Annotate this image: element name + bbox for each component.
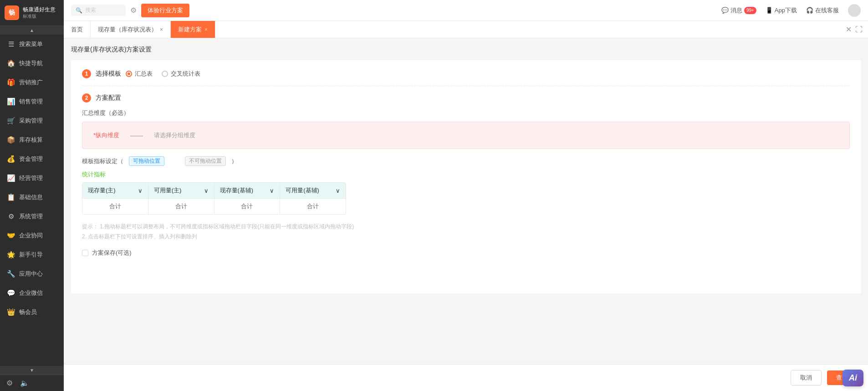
dropdown-icon-2[interactable]: ∨	[204, 187, 209, 194]
dropdown-icon-3[interactable]: ∨	[270, 187, 274, 194]
tag-not-draggable: 不可拖动位置	[185, 156, 226, 166]
settings-icon[interactable]: ⚙	[6, 379, 13, 387]
tab-inventory-close[interactable]: ×	[160, 26, 163, 33]
stats-cell-2: 合计	[148, 199, 214, 214]
gift-icon: 🎁	[6, 78, 15, 87]
dim-area: *纵向维度 —— 请选择分组维度	[82, 122, 850, 149]
step2-title: 方案配置	[96, 94, 121, 102]
dim-vertical-label: *纵向维度	[93, 131, 119, 139]
step1-num: 1	[82, 69, 91, 78]
sidebar-item-inventory[interactable]: 📦 库存核算	[0, 130, 64, 149]
app-name: 畅康通好生意 标准版	[23, 6, 56, 20]
ai-badge[interactable]: Ai	[842, 370, 863, 386]
headset-icon: 🎧	[806, 7, 813, 14]
sidebar-nav: ☰ 搜索菜单 🏠 快捷导航 🎁 营销推广 📊 销售管理 🛒 采购管理 📦 库存核…	[0, 35, 64, 366]
topbar-gear-icon[interactable]: ⚙	[130, 6, 137, 15]
industry-btn[interactable]: 体验行业方案	[141, 4, 189, 17]
stats-table-header: 现存量(主) ∨ 可用量(主) ∨ 现存量(基辅) ∨	[82, 183, 346, 198]
stats-table: 现存量(主) ∨ 可用量(主) ∨ 现存量(基辅) ∨	[82, 182, 346, 215]
radio-cross[interactable]: 交叉统计表	[162, 70, 200, 78]
save-checkbox[interactable]	[82, 250, 88, 256]
user-avatar[interactable]	[848, 4, 861, 17]
sidebar-item-marketing[interactable]: 🎁 营销推广	[0, 73, 64, 92]
search-menu-icon: ☰	[6, 40, 15, 49]
sidebar-item-newguide[interactable]: 🌟 新手引导	[0, 245, 64, 264]
step2-section: 2 方案配置 汇总维度（必选） *纵向维度 —— 请选择分组维度 模板指标设定（…	[82, 93, 850, 242]
indicator-separator	[172, 157, 178, 165]
sidebar-item-basic[interactable]: 📋 基础信息	[0, 188, 64, 207]
scheme-settings-card: 1 选择模板 汇总表 交叉统计表	[71, 60, 861, 293]
tool-icon: 🔧	[6, 269, 15, 278]
tab-expand-icon[interactable]: ⛶	[855, 26, 863, 34]
topbar-message[interactable]: 💬 消息 99+	[721, 6, 756, 15]
tab-new-scheme[interactable]: 新建方案 ×	[171, 21, 215, 38]
sidebar-item-appcenter[interactable]: 🔧 应用中心	[0, 264, 64, 283]
sidebar-bottom: ⚙ 🔈	[0, 375, 64, 391]
main: 🔍 搜索 ⚙ 体验行业方案 💬 消息 99+ 📱 App下载 🎧 在线客服	[64, 0, 868, 391]
sidebar-item-system[interactable]: ⚙ 系统管理	[0, 207, 64, 226]
step1-section: 1 选择模板 汇总表 交叉统计表	[82, 69, 850, 78]
tip-2: 2. 点击标题栏下拉可设置排序、插入列和删除列	[82, 232, 850, 242]
topbar-search[interactable]: 🔍 搜索	[71, 5, 126, 16]
tab-close-icon[interactable]: ✕	[846, 25, 852, 34]
sidebar-item-management[interactable]: 📈 经营管理	[0, 169, 64, 188]
tip-1: 提示： 1.拖动标题栏可以调整布局，不可跨维度或指标区域拖动栏目字段(只能在同一…	[82, 222, 850, 232]
crown-icon: 👑	[6, 308, 15, 317]
footer-spacer	[82, 257, 850, 284]
topbar-service[interactable]: 🎧 在线客服	[806, 6, 839, 15]
sidebar-item-member[interactable]: 👑 畅会员	[0, 303, 64, 322]
sidebar-item-sales[interactable]: 📊 销售管理	[0, 92, 64, 111]
tab-home[interactable]: 首页	[64, 21, 91, 38]
tab-new-scheme-close[interactable]: ×	[204, 26, 208, 33]
list-icon: 📋	[6, 193, 15, 202]
step2-num: 2	[82, 93, 91, 103]
indicator-settings: 模板指标设定（ 可拖动位置 不可拖动位置 ） 统计指标 现存量(主) ∨	[82, 156, 850, 242]
footer-buttons: 取消 查询	[64, 364, 868, 391]
sidebar: 畅 畅康通好生意 标准版 ▲ ☰ 搜索菜单 🏠 快捷导航 🎁 营销推广 📊 销售…	[0, 0, 64, 391]
dropdown-icon-1[interactable]: ∨	[138, 187, 143, 194]
sidebar-scroll-down[interactable]: ▼	[0, 366, 64, 375]
message-icon: 💬	[721, 7, 729, 14]
stats-cell-3: 合计	[214, 199, 281, 214]
cancel-button[interactable]: 取消	[791, 370, 822, 386]
chart-icon: 📊	[6, 97, 15, 106]
topbar-right: 💬 消息 99+ 📱 App下载 🎧 在线客服	[721, 4, 861, 17]
phone-icon: 📱	[766, 7, 773, 14]
home-icon: 🏠	[6, 59, 15, 68]
sidebar-item-quicknav[interactable]: 🏠 快捷导航	[0, 54, 64, 73]
sidebar-logo: 畅 畅康通好生意 标准版	[0, 0, 64, 26]
dropdown-icon-4[interactable]: ∨	[336, 187, 340, 194]
indicator-label-row: 模板指标设定（ 可拖动位置 不可拖动位置 ）	[82, 156, 850, 166]
handshake-icon: 🤝	[6, 231, 15, 240]
step1-header: 1 选择模板 汇总表 交叉统计表	[82, 69, 850, 78]
dim-section-label: 汇总维度（必选）	[82, 109, 850, 117]
tips-area: 提示： 1.拖动标题栏可以调整布局，不可跨维度或指标区域拖动栏目字段(只能在同一…	[82, 222, 850, 242]
stats-col-3: 现存量(基辅) ∨	[214, 183, 281, 198]
radio-summary[interactable]: 汇总表	[126, 70, 153, 78]
app-logo-icon: 畅	[5, 5, 19, 20]
stats-title: 统计指标	[82, 170, 850, 179]
indicator-label-prefix: 模板指标设定（	[82, 157, 123, 165]
stats-col-1: 现存量(主) ∨	[82, 183, 148, 198]
sidebar-item-collab[interactable]: 🤝 企业协同	[0, 226, 64, 245]
sidebar-item-search[interactable]: ☰ 搜索菜单	[0, 35, 64, 54]
topbar-app-download[interactable]: 📱 App下载	[766, 6, 797, 15]
box-icon: 📦	[6, 135, 15, 144]
topbar-left: 🔍 搜索 ⚙ 体验行业方案	[71, 4, 189, 17]
sidebar-item-purchase[interactable]: 🛒 采购管理	[0, 111, 64, 130]
step2-header: 2 方案配置	[82, 93, 850, 103]
indicator-suffix: ）	[231, 157, 237, 165]
stats-table-data-row: 合计 合计 合计 合计	[82, 198, 346, 214]
sidebar-item-finance[interactable]: 💰 资金管理	[0, 149, 64, 169]
sidebar-scroll-up[interactable]: ▲	[0, 26, 64, 35]
save-row: 方案保存(可选)	[82, 249, 850, 257]
speaker-icon[interactable]: 🔈	[20, 379, 29, 387]
stats-col-4: 可用量(基辅) ∨	[280, 183, 346, 198]
cart-icon: 🛒	[6, 116, 15, 125]
step1-title: 选择模板	[96, 70, 121, 78]
divider1	[82, 86, 850, 86]
stats-col-2: 可用量(主) ∨	[148, 183, 214, 198]
sidebar-item-wechat[interactable]: 💬 企业微信	[0, 283, 64, 303]
dim-placeholder: 请选择分组维度	[154, 131, 195, 139]
tab-inventory[interactable]: 现存量（库存状况表） ×	[91, 21, 171, 38]
